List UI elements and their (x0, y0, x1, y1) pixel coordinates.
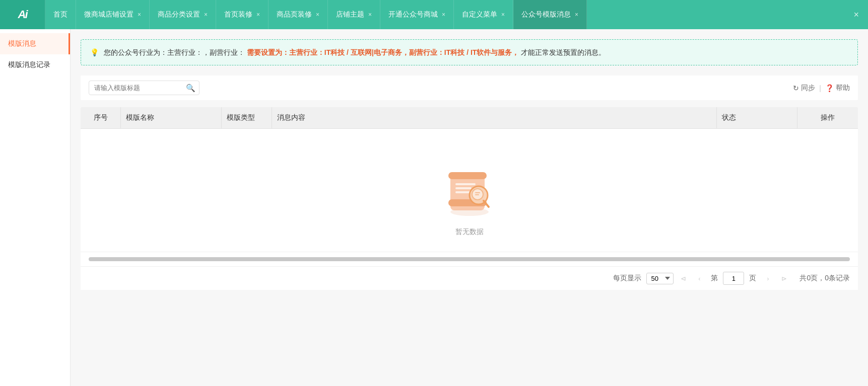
search-input[interactable] (89, 81, 199, 95)
page-number-input[interactable] (723, 272, 744, 285)
sync-icon: ↻ (793, 84, 799, 92)
data-table: 序号模版名称模版类型消息内容状态操作 (81, 107, 858, 266)
svg-rect-10 (475, 192, 480, 193)
toolbar-divider: | (819, 84, 821, 92)
empty-illustration (439, 159, 500, 219)
scrollbar-track (89, 257, 850, 261)
sync-label: 同步 (801, 84, 815, 93)
alert-banner: 💡 您的公众号行业为：主营行业：，副营行业： 需要设置为：主营行业：IT科技 /… (81, 39, 858, 65)
last-page-button[interactable]: ⊳ (777, 272, 790, 285)
nav-item-shop-theme[interactable]: 店铺主题× (328, 0, 380, 29)
alert-text-after: 才能正常发送预置的消息。 (521, 48, 606, 56)
nav-item-product-category[interactable]: 商品分类设置× (150, 0, 216, 29)
close-tab-icon[interactable]: × (138, 11, 141, 18)
close-tab-icon[interactable]: × (316, 11, 319, 18)
sidebar-item-template-msg[interactable]: 模版消息 (0, 33, 70, 54)
close-tab-icon[interactable]: × (204, 11, 208, 18)
nav-item-wshop-setting[interactable]: 微商城店铺设置× (76, 0, 150, 29)
empty-text: 暂无数据 (455, 227, 484, 237)
sync-button[interactable]: ↻ 同步 (793, 84, 815, 93)
nav-item-product-decor[interactable]: 商品页装修× (269, 0, 328, 29)
main-layout: 模版消息模版消息记录 💡 您的公众号行业为：主营行业：，副营行业： 需要设置为：… (0, 29, 868, 386)
page-di-label: 第 (711, 274, 718, 283)
first-page-button[interactable]: ⊲ (677, 272, 690, 285)
close-tab-icon[interactable]: × (442, 11, 445, 18)
th-name: 模版名称 (121, 107, 222, 128)
close-tab-icon[interactable]: × (256, 11, 260, 18)
help-button[interactable]: ❓ 帮助 (825, 84, 850, 93)
prev-page-button[interactable]: ‹ (693, 272, 706, 285)
svg-rect-5 (455, 187, 472, 189)
nav-item-home[interactable]: 首页 (45, 0, 76, 29)
horizontal-scrollbar[interactable] (81, 252, 858, 266)
page-total: 共0页，0条记录 (799, 274, 850, 283)
page-ye-label: 页 (749, 274, 756, 283)
alert-text-before: 您的公众号行业为：主营行业：，副营行业： (104, 48, 245, 56)
top-nav: Ai 首页微商城店铺设置×商品分类设置×首页装修×商品页装修×店铺主题×开通公众… (0, 0, 868, 29)
app-logo: Ai (0, 0, 45, 29)
empty-state: 暂无数据 (81, 129, 858, 252)
th-status: 状态 (717, 107, 797, 128)
close-tab-icon[interactable]: × (501, 11, 505, 18)
svg-rect-2 (448, 172, 487, 179)
alert-icon: 💡 (90, 48, 99, 56)
next-page-button[interactable]: › (761, 272, 774, 285)
help-label: 帮助 (836, 84, 850, 93)
close-tab-icon[interactable]: × (368, 11, 372, 18)
page-size-label: 每页显示 (613, 274, 641, 283)
svg-rect-11 (475, 194, 479, 195)
close-all-tabs-button[interactable]: × (844, 10, 868, 20)
sidebar-item-template-record[interactable]: 模版消息记录 (0, 54, 70, 75)
nav-item-open-mall[interactable]: 开通公众号商城× (380, 0, 454, 29)
close-tab-icon[interactable]: × (575, 11, 578, 18)
content-area: 💡 您的公众号行业为：主营行业：，副营行业： 需要设置为：主营行业：IT科技 /… (71, 29, 868, 386)
nav-item-custom-menu[interactable]: 自定义菜单× (454, 0, 513, 29)
th-action: 操作 (797, 107, 858, 128)
alert-highlight: 需要设置为：主营行业：IT科技 / 互联网|电子商务，副营行业：IT科技 / I… (247, 48, 519, 56)
th-type: 模版类型 (222, 107, 272, 128)
svg-rect-4 (455, 183, 476, 185)
sidebar: 模版消息模版消息记录 (0, 29, 71, 386)
search-input-wrap: 🔍 (89, 81, 199, 95)
table-header: 序号模版名称模版类型消息内容状态操作 (81, 107, 858, 129)
nav-item-template-msg[interactable]: 公众号模版消息× (513, 0, 587, 29)
page-size-select[interactable]: 102050100 (646, 273, 674, 284)
th-seq: 序号 (81, 107, 121, 128)
toolbar-right: ↻ 同步 | ❓ 帮助 (793, 84, 850, 93)
search-bar: 🔍 ↻ 同步 | ❓ 帮助 (81, 75, 858, 100)
search-icon[interactable]: 🔍 (186, 84, 195, 93)
th-content: 消息内容 (272, 107, 717, 128)
help-icon: ❓ (825, 84, 834, 92)
pagination: 每页显示 102050100 ⊲ ‹ 第 页 › ⊳ 共0页，0条记录 (81, 266, 858, 290)
nav-item-home-decor[interactable]: 首页装修× (216, 0, 269, 29)
